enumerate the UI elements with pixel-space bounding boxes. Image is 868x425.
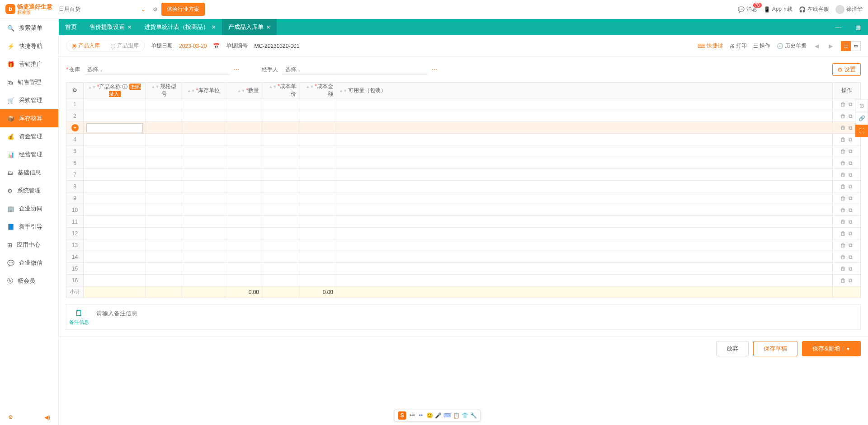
online-service-button[interactable]: 🎧 在线客服 (799, 5, 829, 13)
col-settings[interactable]: ⚙ (66, 83, 84, 98)
radio-product-in[interactable]: 产品入库 (66, 40, 105, 51)
cell-amount[interactable] (299, 110, 336, 122)
cell-amount[interactable] (299, 216, 336, 228)
sidebar-item-13[interactable]: 💬企业微信 (0, 254, 58, 272)
cell-avail[interactable] (336, 251, 833, 263)
table-row[interactable]: 14🗑⧉ (66, 251, 861, 263)
cell-spec[interactable] (146, 134, 182, 145)
cell-product[interactable] (84, 122, 146, 134)
cell-price[interactable] (262, 98, 299, 110)
col-amount[interactable]: ▲▼*成本金额 (299, 83, 336, 98)
cell-unit[interactable] (182, 239, 225, 251)
save-draft-button[interactable]: 保存草稿 (753, 341, 797, 356)
col-price[interactable]: ▲▼*成本单价 (262, 83, 299, 98)
cell-product[interactable] (84, 157, 146, 169)
cell-qty[interactable] (225, 239, 262, 251)
cell-price[interactable] (262, 275, 299, 286)
col-spec[interactable]: ▲▼规格型号 (146, 83, 182, 98)
cell-unit[interactable] (182, 263, 225, 275)
delete-row-icon[interactable]: 🗑 (839, 125, 847, 131)
table-row[interactable]: 9🗑⧉ (66, 192, 861, 204)
ime-mic-icon[interactable]: 🎤 (435, 412, 442, 419)
tab-menu-button[interactable]: ▦ (848, 19, 868, 35)
cell-unit[interactable] (182, 181, 225, 192)
sidebar-item-3[interactable]: 🛍销售管理 (0, 73, 58, 91)
cell-qty[interactable] (225, 216, 262, 228)
cell-price[interactable] (262, 228, 299, 239)
cell-avail[interactable] (336, 122, 833, 134)
cell-spec[interactable] (146, 216, 182, 228)
table-row[interactable]: 12🗑⧉ (66, 228, 861, 239)
table-row[interactable]: 2🗑⧉ (66, 110, 861, 122)
sidebar-item-11[interactable]: 📘新手引导 (0, 218, 58, 236)
cell-qty[interactable] (225, 204, 262, 216)
tab-2[interactable]: 进货单统计表（按商品）✕ (138, 19, 222, 35)
cell-spec[interactable] (146, 228, 182, 239)
sidebar-item-10[interactable]: 🏢企业协同 (0, 200, 58, 218)
delete-row-icon[interactable]: 🗑 (839, 277, 847, 284)
cell-price[interactable] (262, 181, 299, 192)
table-row[interactable]: 5🗑⧉ (66, 145, 861, 157)
cell-product[interactable] (84, 275, 146, 286)
sidebar-item-8[interactable]: 🗂基础信息 (0, 163, 58, 182)
table-row[interactable]: 15🗑⧉ (66, 263, 861, 275)
cell-price[interactable] (262, 110, 299, 122)
cell-price[interactable] (262, 251, 299, 263)
cell-qty[interactable] (225, 122, 262, 134)
copy-row-icon[interactable]: ⧉ (847, 230, 854, 237)
table-row[interactable]: 4🗑⧉ (66, 134, 861, 145)
delete-row-icon[interactable]: 🗑 (839, 148, 847, 154)
next-doc-button[interactable]: ▶ (827, 43, 835, 49)
cell-qty[interactable] (225, 251, 262, 263)
cell-qty[interactable] (225, 169, 262, 181)
sidebar-item-14[interactable]: Ⓥ畅会员 (0, 272, 58, 290)
copy-row-icon[interactable]: ⧉ (847, 219, 854, 225)
cell-unit[interactable] (182, 157, 225, 169)
cell-avail[interactable] (336, 216, 833, 228)
handler-input[interactable] (283, 65, 427, 75)
cell-unit[interactable] (182, 110, 225, 122)
delete-row-icon[interactable]: 🗑 (839, 266, 847, 272)
copy-row-icon[interactable]: ⧉ (847, 277, 854, 284)
table-row[interactable]: 11🗑⧉ (66, 216, 861, 228)
handler-picker-icon[interactable]: ⋯ (432, 66, 437, 73)
cell-spec[interactable] (146, 110, 182, 122)
cell-amount[interactable] (299, 204, 336, 216)
shortcut-button[interactable]: ⌨ 快捷键 (698, 42, 723, 50)
copy-row-icon[interactable]: ⧉ (847, 136, 854, 143)
tab-close-icon[interactable]: ✕ (212, 24, 216, 30)
cell-qty[interactable] (225, 181, 262, 192)
add-row-icon[interactable]: + (71, 124, 79, 131)
tab-minimize-button[interactable]: — (828, 19, 848, 35)
col-unit[interactable]: ▲▼*库存单位 (182, 83, 225, 98)
copy-row-icon[interactable]: ⧉ (847, 101, 854, 107)
cell-unit[interactable] (182, 251, 225, 263)
calendar-icon[interactable]: 📅 (213, 43, 220, 49)
grid-settings-button[interactable]: ⚙ 设置 (832, 63, 861, 76)
cell-product[interactable] (84, 98, 146, 110)
cell-amount[interactable] (299, 181, 336, 192)
print-button[interactable]: 🖨 打印 (729, 42, 747, 50)
copy-row-icon[interactable]: ⧉ (847, 207, 854, 213)
copy-row-icon[interactable]: ⧉ (847, 160, 854, 166)
discard-button[interactable]: 放弃 (716, 341, 749, 356)
cell-spec[interactable] (146, 145, 182, 157)
delete-row-icon[interactable]: 🗑 (839, 242, 847, 248)
cell-price[interactable] (262, 169, 299, 181)
cell-avail[interactable] (336, 98, 833, 110)
cell-amount[interactable] (299, 157, 336, 169)
cell-amount[interactable] (299, 169, 336, 181)
delete-row-icon[interactable]: 🗑 (839, 219, 847, 225)
copy-row-icon[interactable]: ⧉ (847, 113, 854, 119)
doc-date-value[interactable]: 2023-03-20 (179, 43, 207, 49)
user-menu[interactable]: 徐泽华 (835, 5, 863, 14)
cell-product[interactable] (84, 251, 146, 263)
category-settings-icon[interactable]: ⚙ (149, 6, 161, 13)
cell-amount[interactable] (299, 251, 336, 263)
cell-unit[interactable] (182, 169, 225, 181)
cell-price[interactable] (262, 122, 299, 134)
copy-row-icon[interactable]: ⧉ (847, 148, 854, 154)
save-and-new-button[interactable]: 保存&新增▼ (802, 341, 861, 356)
table-row[interactable]: 13🗑⧉ (66, 239, 861, 251)
business-category-select[interactable]: 日用百货 ⌄ (59, 5, 149, 13)
